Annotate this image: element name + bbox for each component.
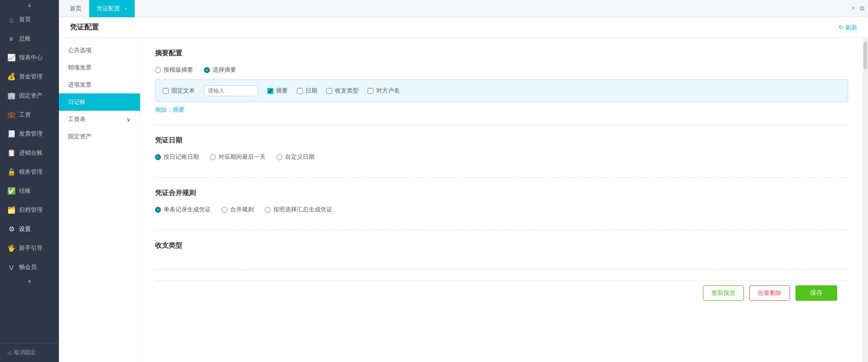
income-type-section-title: 收支类型 [155,241,848,250]
batch-delete-button[interactable]: 批量删除 [749,285,790,301]
sidebar-item-reports[interactable]: 📈 报表中心 [0,48,59,67]
select-merge-option[interactable]: 按照选择汇总生成凭证 [265,205,332,214]
sidebar-item-guide[interactable]: 🖐 新手引导 [0,239,59,258]
income-type-checkbox[interactable] [326,88,332,94]
custom-date-label: 自定义日期 [285,153,315,161]
last-day-radio[interactable] [210,154,216,160]
sidebar-item-settle[interactable]: ✅ 结账 [0,181,59,201]
window-close-icon[interactable]: × [852,5,855,12]
page-title: 凭证配置 [70,23,99,32]
checkbox-row: 固定文本 摘要 日期 收支类型 [155,79,848,102]
custom-date-option[interactable]: 自定义日期 [276,153,315,161]
single-record-option[interactable]: 单条记录生成凭证 [155,205,211,214]
income-type-section: 收支类型 [155,241,848,269]
template-summary-option[interactable]: 按模版摘要 [155,66,193,74]
template-summary-radio[interactable] [155,67,161,73]
sidebar-item-home[interactable]: ⌂ 首页 [0,10,59,29]
summary-config-section: 摘要配置 按模版摘要 选择摘要 固定文本 [155,49,848,125]
left-nav-item-purchase-invoice[interactable]: 进项发票 [59,76,140,93]
sidebar-item-funds[interactable]: 💰 资金管理 [0,67,59,86]
income-type-option[interactable]: 收支类型 [326,87,359,95]
main-area: 首页 凭证配置 × × ⧉ 凭证配置 ↻ 刷新 公共选项 销项发票 进 [59,0,868,362]
left-nav-item-fixed-asset[interactable]: 固定资产 [59,128,140,145]
tab-close-icon[interactable]: × [125,6,127,11]
counterpart-name-label: 对方户名 [376,87,400,95]
tab-home[interactable]: 首页 [63,0,89,17]
cancel-pin-label: 取消固定 [14,349,36,357]
sidebar-scroll-up[interactable]: ▲ [0,0,59,10]
sidebar-item-fixed-assets[interactable]: 🏢 固定资产 [0,86,59,105]
sidebar-item-label: 工资 [19,111,31,119]
expand-icon: ∨ [126,116,131,123]
sidebar-item-tax[interactable]: 🔒 税务管理 [0,162,59,181]
merge-rule-option[interactable]: 合并规则 [222,205,254,214]
sidebar-item-label: 报表中心 [19,54,43,62]
refresh-icon: ↻ [839,24,844,31]
select-summary-radio[interactable] [204,67,210,73]
income-type-label: 收支类型 [335,87,359,95]
sidebar-item-label: 畅会员 [19,263,37,271]
custom-date-radio[interactable] [276,154,282,160]
tab-voucher-config-label: 凭证配置 [97,5,120,13]
left-nav-item-public[interactable]: 公共选项 [59,42,140,59]
refresh-label: 刷新 [845,24,857,32]
refresh-button[interactable]: ↻ 刷新 [839,24,857,32]
summary-config-title: 摘要配置 [155,49,848,58]
single-record-label: 单条记录生成凭证 [164,205,211,214]
pin-icon: ◁ [7,350,11,356]
example-text: 例如：摘要 [155,106,848,114]
by-journal-date-option[interactable]: 按日记账日期 [155,153,199,161]
fixed-text-checkbox[interactable] [163,88,169,94]
voucher-merge-section: 凭证合并规则 单条记录生成凭证 合并规则 按照选择汇总生成凭证 [155,189,848,230]
content-area: 公共选项 销项发票 进项发票 日记账 工资表 ∨ 固定资产 摘要配置 [59,38,868,362]
funds-icon: 💰 [7,73,15,81]
by-journal-date-radio[interactable] [155,154,161,160]
sidebar-item-archive[interactable]: 🗂️ 归档管理 [0,201,59,220]
voucher-merge-radio-group: 单条记录生成凭证 合并规则 按照选择汇总生成凭证 [155,205,848,214]
summary-checkbox[interactable] [267,88,273,94]
save-button[interactable]: 保存 [795,285,837,301]
select-summary-option[interactable]: 选择摘要 [204,66,236,74]
sidebar-item-invoice[interactable]: 🧾 发票管理 [0,124,59,143]
counterpart-name-option[interactable]: 对方户名 [368,87,400,95]
update-preview-button[interactable]: 更新预览 [703,285,744,301]
date-checkbox[interactable] [297,88,303,94]
archive-icon: 🗂️ [7,206,15,214]
left-nav-item-sales-invoice[interactable]: 销项发票 [59,59,140,76]
settle-icon: ✅ [7,187,15,195]
voucher-date-title: 凭证日期 [155,136,848,145]
ledger-icon: ≡ [7,35,15,43]
sidebar-item-ledger[interactable]: ≡ 总账 [0,29,59,48]
home-icon: ⌂ [7,16,15,24]
fixed-text-input[interactable] [204,85,258,96]
tab-voucher-config[interactable]: 凭证配置 × [89,0,135,17]
scrollbar-thumb [863,42,867,69]
counterpart-name-checkbox[interactable] [368,88,373,94]
sidebar-item-label: 资金管理 [19,73,43,81]
sidebar-item-settings[interactable]: ⚙ 设置 [0,220,59,239]
left-nav-item-journal[interactable]: 日记账 [59,93,140,111]
left-nav-item-payroll-table[interactable]: 工资表 ∨ [59,111,140,128]
page-scrollbar[interactable] [863,38,868,362]
select-merge-label: 按照选择汇总生成凭证 [273,205,332,214]
sidebar-item-payroll[interactable]: 💼 工资 [0,105,59,124]
last-day-option[interactable]: 对应期间最后一天 [210,153,266,161]
fixed-text-option[interactable]: 固定文本 [163,87,195,95]
date-option[interactable]: 日期 [297,87,317,95]
fixed-assets-icon: 🏢 [7,92,15,100]
sidebar-item-vip[interactable]: V 畅会员 [0,258,59,277]
left-nav-item-journal-label: 日记账 [68,98,86,106]
window-restore-icon[interactable]: ⧉ [860,5,864,12]
single-record-radio[interactable] [155,207,161,213]
purchase-sales-icon: 📋 [7,149,15,157]
summary-option[interactable]: 摘要 [267,87,288,95]
select-merge-radio[interactable] [265,207,271,213]
left-nav-item-payroll-label: 工资表 [68,115,86,123]
cancel-pin-button[interactable]: ◁ 取消固定 [0,343,59,362]
merge-rule-radio[interactable] [222,207,228,213]
sidebar-item-purchase-sales[interactable]: 📋 进销台账 [0,143,59,162]
sidebar-scroll-down[interactable]: ▼ [0,277,59,287]
right-content: 摘要配置 按模版摘要 选择摘要 固定文本 [141,38,863,362]
last-day-label: 对应期间最后一天 [218,153,266,161]
sidebar-item-label: 固定资产 [19,92,43,100]
